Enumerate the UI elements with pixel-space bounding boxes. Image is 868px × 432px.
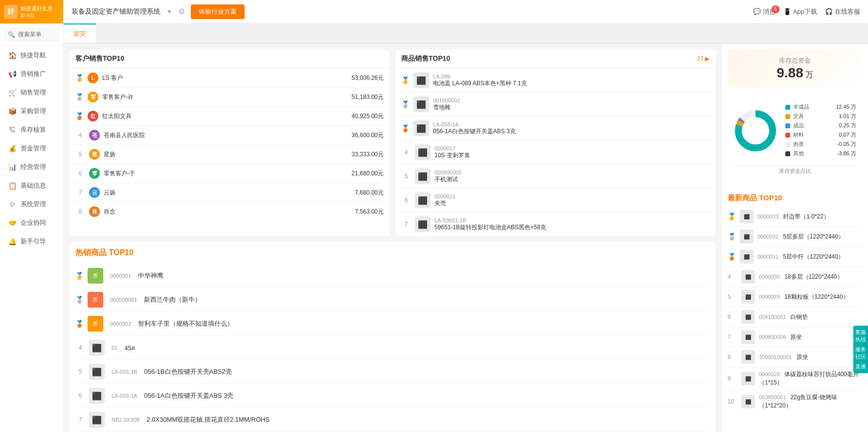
trial-button[interactable]: 体验行业方案 — [191, 4, 245, 19]
legend-dot — [785, 133, 790, 138]
product-avatar: ⬛ — [413, 72, 429, 88]
medal-icon: 🥉 — [75, 112, 84, 120]
sidebar-item-operations[interactable]: 📊 经营管理 — [0, 158, 63, 176]
list-item: 🥇 图 0000001 中华神鹰 — [75, 264, 709, 288]
list-item: 🥈 图 000500001 新西兰牛肉（新牛） — [75, 288, 709, 312]
topbar: 装备及固定资产辅助管理系统 ▼ ⚙ 体验行业方案 💬 消息 6 📱 App下载 … — [64, 0, 868, 24]
legend-item: 文具 1.01 万 — [785, 113, 856, 120]
customer-value: 53,006.26元 — [352, 74, 384, 82]
customer-badge: 苍 — [89, 130, 100, 141]
customer-badge: 肖 — [89, 206, 100, 217]
product-info: LA-089 电池盖 LA-089 ABS本色+黑种 7.1克 — [433, 73, 709, 88]
list-item: 4 苍 苍南县人民医院 36,600.00元 — [69, 126, 389, 145]
topbar-right: 💬 消息 6 📱 App下载 🎧 在线客服 — [753, 7, 860, 16]
product-info: 004100001 白钢垫 — [759, 313, 862, 321]
marketing-icon: 📢 — [8, 70, 17, 78]
rank-num: 5 — [75, 151, 85, 158]
sidebar-item-enterprise[interactable]: 🤝 企业协同 — [0, 214, 63, 232]
product-info: 0000021 夹壳 — [434, 193, 709, 208]
list-item: 4 ⬛ 0000017 10S 变刺罗浆 — [395, 141, 715, 165]
product-avatar: ⬛ — [413, 96, 429, 112]
customer-value: 51,183.00元 — [352, 93, 384, 101]
legend-item: 材料 0.07 万 — [785, 131, 856, 139]
new-product-item: 5 ⬛ 0000029 18颗粒板（1220*2440） — [728, 287, 862, 307]
rank-num: 8 — [75, 208, 85, 215]
product-info: 0000031 5层中纤（1220*2440） — [757, 253, 862, 261]
customer-service-float[interactable]: 客服 热线 服务 社区 直播 — [853, 326, 868, 373]
new-product-item: 4 ⬛ 0000030 18多层（1220*2440） — [728, 267, 862, 287]
product-img: ⬛ — [740, 230, 754, 243]
medal-icon: 🥉 — [75, 320, 84, 328]
sidebar-item-purchase[interactable]: 📦 采购管理 — [0, 102, 63, 120]
search-icon: 🔍 — [8, 31, 15, 38]
sidebar-item-guide[interactable]: 🔔 新手引导 — [0, 232, 63, 251]
sidebar-item-marketing[interactable]: 📢 营销推广 — [0, 65, 63, 83]
product-top10-card: 商品销售TOP10 27 ▶ 🥇 ⬛ LA-089 电池盖 LA-089 ABS… — [395, 49, 715, 236]
product-img: ⬛ — [741, 330, 755, 344]
sidebar-item-basics[interactable]: 📋 基础信息 — [0, 176, 63, 195]
sidebar-item-quick-nav[interactable]: 🏠 快捷导航 — [0, 46, 63, 65]
home-icon: 🏠 — [8, 51, 17, 60]
new-product-item: 7 ⬛ 000800008 原坐 — [728, 327, 862, 347]
product-info: 003800001 22g鱼豆腐-烧烤味（1*12*20） — [759, 393, 862, 410]
customer-name: 红太阳文具 — [102, 112, 348, 120]
search-area: 🔍 搜索菜单 — [0, 24, 63, 46]
finance-icon: 💰 — [8, 144, 17, 153]
operations-icon: 📊 — [8, 163, 17, 171]
product-img: ⬛ — [740, 210, 754, 223]
logo-text: 畅捷通好生意 标准版 — [21, 5, 53, 18]
legend-dot — [785, 142, 790, 147]
sidebar-item-inventory[interactable]: 🏗 库存核算 — [0, 120, 63, 139]
messages-button[interactable]: 💬 消息 6 — [753, 7, 776, 16]
product-avatar: ⬛ — [415, 144, 431, 160]
product-info: LA-59651-1B 59651-1B旋转投影灯电池盒ABS黑色+58克 — [434, 217, 709, 232]
medal-icon: 🥈 — [75, 93, 84, 101]
medal-icon: 🥇 — [75, 272, 84, 280]
search-menu-button[interactable]: 🔍 搜索菜单 — [4, 27, 59, 42]
customer-top10-title: 客户销售TOP10 — [75, 54, 124, 63]
system-icon: ⚙ — [8, 200, 17, 209]
list-item: 5 ⬛ LA-056-1B 056-1B白色按键开关壳ABS2壳 — [75, 360, 709, 384]
app-download-button[interactable]: 📱 App下载 — [783, 7, 817, 16]
tabbar: 首页 — [64, 24, 868, 44]
product-info: 001000002 雪地靴 — [433, 97, 709, 112]
product-info: LA-056-1A 056-1A白色按键开关盖ABS 3克 — [433, 121, 709, 136]
rank-num: 7 — [75, 189, 85, 196]
new-product-item: 10 ⬛ 003800001 22g鱼豆腐-烧烤味（1*12*20） — [728, 390, 862, 413]
product-info: 0000028 体碳荔枝味苏打饮品400毫升（1*15） — [759, 370, 862, 387]
new-product-item: 🥈 ⬛ 0000032 5层多层（1220*2440） — [728, 227, 862, 247]
list-item: 7 ⬛ LA-59651-1B 59651-1B旋转投影灯电池盒ABS黑色+58… — [395, 213, 715, 236]
customer-badge: L — [88, 72, 98, 83]
product-info: 0000029 18颗粒板（1220*2440） — [759, 293, 862, 301]
list-item: 5 ⬛ 000800005 手机测试 — [395, 165, 715, 189]
product-avatar: ⬛ — [415, 192, 431, 208]
sidebar-item-sales[interactable]: 🛒 销售管理 — [0, 83, 63, 102]
enterprise-icon: 🤝 — [8, 218, 17, 227]
product-info: 000800005 手机测试 — [434, 169, 709, 184]
product-avatar: ⬛ — [89, 340, 105, 356]
sidebar-item-finance[interactable]: 💰 资金管理 — [0, 139, 63, 158]
product-img: ⬛ — [741, 350, 755, 364]
rank-num: 6 — [401, 197, 411, 204]
rank-num: 6 — [75, 170, 85, 177]
product-info: 0000032 5层多层（1220*2440） — [757, 233, 862, 241]
list-item: 6 零 零售客户-于 21,680.00元 — [69, 164, 389, 183]
product-avatar: ⬛ — [89, 388, 105, 404]
medal-icon: 🥈 — [728, 233, 736, 240]
system-title: 装备及固定资产辅助管理系统 — [71, 7, 160, 16]
hot-products-list: 🥇 图 0000001 中华神鹰 🥈 图 000500001 新西兰牛肉 — [69, 264, 715, 432]
tab-home[interactable]: 首页 — [64, 24, 96, 43]
customer-badge: 红 — [88, 111, 98, 121]
online-service-button[interactable]: 🎧 在线客服 — [825, 7, 860, 16]
inventory-total-value-row: 9.88 万 — [735, 65, 854, 81]
new-product-item: 🥉 ⬛ 0000031 5层中纤（1220*2440） — [728, 247, 862, 267]
customer-name: 零售客户-许 — [102, 93, 348, 101]
product-img: ⬛ — [741, 372, 755, 385]
settings-icon[interactable]: ⚙ — [178, 7, 185, 16]
customer-value: 7,680.00元 — [355, 189, 384, 197]
sidebar-item-system[interactable]: ⚙ 系统管理 — [0, 195, 63, 214]
medal-icon: 🥇 — [75, 74, 84, 82]
message-icon: 💬 — [753, 8, 761, 15]
right-panel: 库存总资金 9.88 万 — [721, 44, 868, 432]
customer-top10-card: 客户销售TOP10 🥇 L LS 客户 53,006.26元 🥈 零 — [69, 49, 389, 236]
